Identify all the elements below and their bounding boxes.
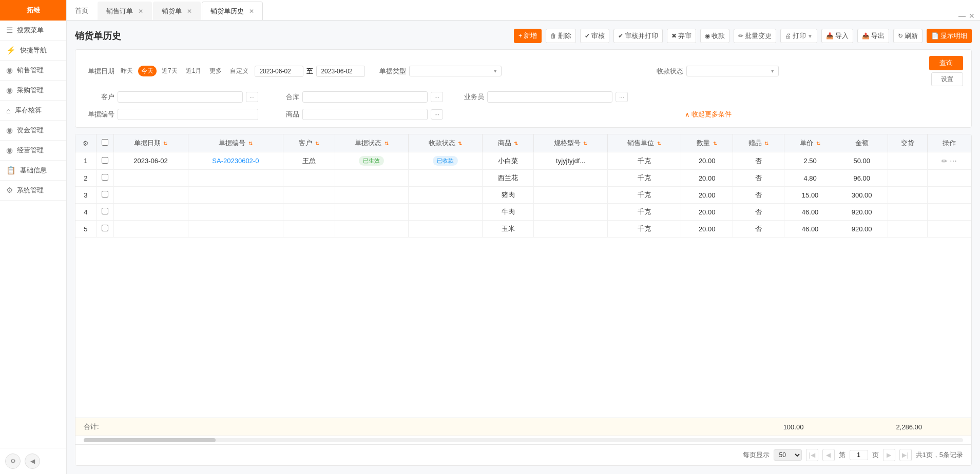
col-collect-status[interactable]: 收款状态 ⇅ (409, 134, 483, 152)
close-tab-sales-delivery[interactable]: ✕ (187, 8, 192, 15)
sidebar-item-label: 销售管理 (17, 66, 44, 75)
tab-home[interactable]: 首页 (67, 2, 97, 20)
sidebar-item-quick-nav[interactable]: ⚡ 快捷导航 (0, 41, 66, 61)
col-deliver-label: 交货 (901, 139, 914, 147)
page-first-btn[interactable]: |◀ (806, 449, 818, 461)
warehouse-input[interactable] (302, 91, 428, 103)
delete-button[interactable]: 🗑 删除 (546, 29, 576, 43)
col-quantity[interactable]: 数量 ⇅ (681, 134, 733, 152)
doc-type-select[interactable]: ▾ (409, 66, 502, 76)
page-last-btn[interactable]: ▶| (899, 449, 912, 461)
collect-button[interactable]: ◉ 收款 (700, 29, 729, 43)
col-doc-status[interactable]: 单据状态 ⇅ (335, 134, 409, 152)
warehouse-ellipsis[interactable]: ··· (431, 92, 443, 102)
select-all-checkbox[interactable] (102, 139, 108, 146)
table-body: 1 2023-06-02 SA-20230602-0 王总 已生效 (75, 152, 971, 238)
col-doc-no[interactable]: 单据编号 ⇅ (188, 134, 283, 152)
row-doc-no (188, 221, 283, 238)
edit-icon[interactable]: ✏ (941, 157, 948, 165)
row-collect-status (409, 187, 483, 204)
sidebar-item-basic-info[interactable]: 📋 基础信息 (0, 161, 66, 181)
doc-no-input[interactable] (118, 109, 258, 120)
tab-sales-delivery[interactable]: 销货单 ✕ (153, 2, 201, 20)
per-page-select[interactable]: 50 100 200 (774, 449, 802, 461)
page-next-btn[interactable]: ▶ (883, 449, 895, 461)
row-checkbox[interactable] (96, 204, 113, 221)
table-settings-icon[interactable]: ⚙ (83, 140, 89, 147)
staff-input[interactable] (487, 91, 612, 103)
inventory-icon: ⌂ (6, 106, 11, 115)
col-unit[interactable]: 销售单位 ⇅ (607, 134, 681, 152)
page-input[interactable] (850, 450, 868, 460)
horizontal-scrollbar[interactable] (84, 438, 963, 442)
show-detail-button[interactable]: 📄 显示明细 (927, 29, 972, 43)
staff-ellipsis[interactable]: ··· (616, 92, 628, 102)
new-button[interactable]: + 新增 (514, 29, 542, 43)
window-close-btn[interactable]: ✕ (969, 12, 975, 20)
import-button[interactable]: 📥 导入 (821, 29, 853, 43)
refresh-button[interactable]: ↻ 刷新 (893, 29, 923, 43)
data-table: ⚙ 单据日期 ⇅ 单据编号 ⇅ (75, 134, 971, 238)
row-doc-no[interactable]: SA-20230602-0 (188, 152, 283, 170)
sidebar-item-sales-mgmt[interactable]: ◉ 销售管理 (0, 61, 66, 81)
collect-status-select[interactable]: ▾ (686, 66, 779, 76)
shortcut-yesterday[interactable]: 昨天 (118, 66, 136, 76)
scrollbar-thumb[interactable] (84, 438, 216, 442)
customer-input[interactable] (118, 91, 243, 103)
sidebar-settings-btn[interactable]: ⚙ (5, 453, 21, 469)
col-customer[interactable]: 客户 ⇅ (283, 134, 335, 152)
sidebar-item-inventory[interactable]: ⌂ 库存核算 (0, 101, 66, 121)
shortcut-today[interactable]: 今天 (138, 66, 157, 76)
row-checkbox[interactable] (96, 170, 113, 187)
sidebar-collapse-btn[interactable]: ◀ (25, 453, 40, 469)
new-icon: + (518, 32, 522, 40)
shortcut-custom[interactable]: 自定义 (227, 66, 252, 76)
query-button[interactable]: 查询 (929, 56, 963, 70)
sidebar-item-operations[interactable]: ◉ 经营管理 (0, 141, 66, 161)
operations-icon: ◉ (6, 146, 13, 155)
row-checkbox[interactable] (96, 187, 113, 204)
audit-button[interactable]: ✔ 审核 (580, 29, 609, 43)
abandon-button[interactable]: ✖ 弃审 (667, 29, 696, 43)
print-dropdown-icon[interactable]: ▼ (808, 33, 813, 39)
date-to-input[interactable] (316, 66, 365, 77)
goods-input[interactable] (302, 109, 428, 120)
col-goods[interactable]: 商品 ⇅ (482, 134, 533, 152)
col-price[interactable]: 单价 ⇅ (784, 134, 836, 152)
col-checkbox[interactable] (96, 134, 113, 152)
doc-no-link[interactable]: SA-20230602-0 (212, 157, 259, 165)
close-tab-sales-history[interactable]: ✕ (249, 8, 254, 15)
more-action-icon[interactable]: ⋯ (950, 157, 957, 165)
sidebar-item-search-menu[interactable]: ☰ 搜索菜单 (0, 21, 66, 41)
tab-sales-order[interactable]: 销售订单 ✕ (98, 2, 152, 20)
goods-ellipsis[interactable]: ··· (431, 109, 443, 120)
window-min-btn[interactable]: — (958, 12, 966, 20)
date-from-input[interactable] (255, 66, 303, 77)
sidebar-item-finance[interactable]: ◉ 资金管理 (0, 121, 66, 141)
col-spec[interactable]: 规格型号 ⇅ (534, 134, 608, 152)
col-amount[interactable]: 金额 (836, 134, 888, 152)
print-button[interactable]: 🖨 打印 ▼ (780, 29, 817, 43)
sidebar-item-purchase-mgmt[interactable]: ◉ 采购管理 (0, 81, 66, 101)
row-checkbox[interactable] (96, 152, 113, 170)
tab-sales-history[interactable]: 销货单历史 ✕ (202, 2, 263, 20)
shortcut-more[interactable]: 更多 (206, 66, 225, 76)
table-scroll[interactable]: ⚙ 单据日期 ⇅ 单据编号 ⇅ (75, 134, 971, 418)
audit-print-button[interactable]: ✔ 审核并打印 (613, 29, 663, 43)
col-gift[interactable]: 赠品 ⇅ (733, 134, 784, 152)
col-settings[interactable]: ⚙ (75, 134, 96, 152)
page-prev-btn[interactable]: ◀ (822, 449, 835, 461)
shortcut-1month[interactable]: 近1月 (183, 66, 205, 76)
collapse-button[interactable]: ∧ 收起更多条件 (683, 108, 734, 121)
col-doc-date[interactable]: 单据日期 ⇅ (113, 134, 188, 152)
row-action (928, 204, 971, 221)
row-checkbox[interactable] (96, 221, 113, 238)
set-button[interactable]: 设置 (931, 72, 963, 86)
shortcut-7days[interactable]: 近7天 (159, 66, 181, 76)
export-button[interactable]: 📤 导出 (857, 29, 889, 43)
batch-change-button[interactable]: ✏ 批量变更 (734, 29, 776, 43)
col-deliver[interactable]: 交货 (888, 134, 928, 152)
close-tab-sales-order[interactable]: ✕ (138, 8, 143, 15)
sidebar-item-system-mgmt[interactable]: ⚙ 系统管理 (0, 181, 66, 201)
customer-ellipsis[interactable]: ··· (246, 92, 258, 102)
